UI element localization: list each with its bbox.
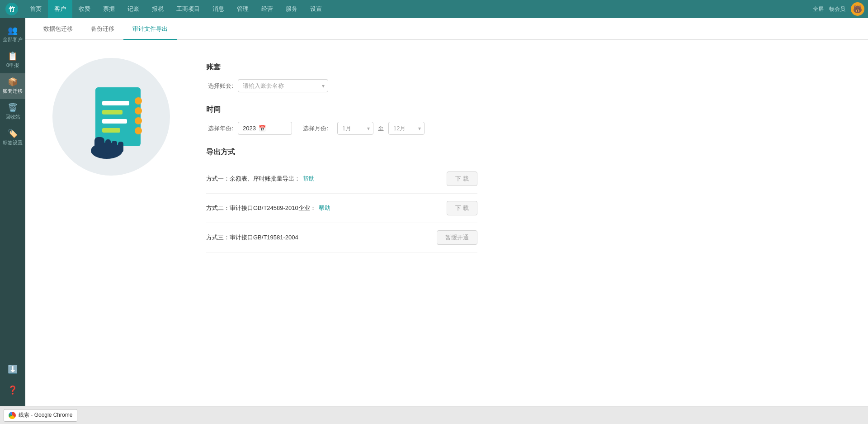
taskbar: 线索 - Google Chrome xyxy=(0,406,868,424)
export-method-1-label: 方式一：余额表、序时账批量导出： 帮助 xyxy=(206,175,315,183)
export-section-title: 导出方式 xyxy=(206,148,477,157)
help-icon: ❓ xyxy=(8,386,18,394)
export-method-1-text: 方式一：余额表、序时账批量导出： xyxy=(206,175,300,183)
nav-operations[interactable]: 经营 xyxy=(255,0,279,18)
fullscreen-button[interactable]: 全屏 xyxy=(813,5,824,13)
sidebar-item-account-migration[interactable]: 📦 账套迁移 xyxy=(0,73,25,99)
start-month-wrapper: 1月2月3月 4月5月6月 7月8月9月 10月11月12月 xyxy=(337,122,373,135)
sidebar-label-account-migration: 账套迁移 xyxy=(3,88,23,95)
account-select-row: 选择账套: 请输入账套名称 xyxy=(206,79,477,92)
svg-rect-12 xyxy=(94,137,104,155)
nav-clients[interactable]: 客户 xyxy=(48,0,72,18)
export-method-2-label: 方式二：审计接口GB/T24589-2010企业： 帮助 xyxy=(206,204,330,212)
svg-rect-5 xyxy=(102,119,127,124)
account-migration-icon: 📦 xyxy=(8,78,18,86)
nav-accounting[interactable]: 记账 xyxy=(121,0,146,18)
sidebar-item-tag-settings[interactable]: 🏷️ 标签设置 xyxy=(0,125,25,151)
zero-filing-icon: 📋 xyxy=(8,52,18,60)
sidebar-item-recycle[interactable]: 🗑️ 回收站 xyxy=(0,99,25,125)
year-select-label: 选择年份: xyxy=(206,124,233,133)
form-area: 账套 选择账套: 请输入账套名称 时间 选择年份: 2023 xyxy=(206,58,477,252)
content-area: 数据包迁移 备份迁移 审计文件导出 xyxy=(25,18,868,406)
svg-rect-6 xyxy=(102,128,120,133)
end-month-select[interactable]: 1月2月3月 4月5月6月 7月8月9月 10月11月12月 xyxy=(388,122,425,135)
nav-services[interactable]: 服务 xyxy=(279,0,304,18)
illustration-circle xyxy=(52,58,170,176)
export-method-1-download-button[interactable]: 下 载 xyxy=(447,172,477,186)
sidebar-label-tag-settings: 标签设置 xyxy=(3,139,23,146)
export-method-2-download-button[interactable]: 下 载 xyxy=(447,201,477,215)
account-select-wrapper: 请输入账套名称 xyxy=(238,79,328,92)
time-row: 2023 📅 选择月份: 1月2月3月 4月5月6月 7月8月9月 10月11月… xyxy=(238,122,425,135)
top-navigation: 竹 首页 客户 收费 票据 记账 报税 工商项目 消息 管理 经营 服务 设置 … xyxy=(0,0,868,18)
time-select-row: 选择年份: 2023 📅 选择月份: 1月2月3月 4月5月6月 7月8月9月 xyxy=(206,122,477,135)
export-method-3-text: 方式三：审计接口GB/T19581-2004 xyxy=(206,233,298,242)
member-button[interactable]: 畅会员 xyxy=(829,5,845,13)
end-month-wrapper: 1月2月3月 4月5月6月 7月8月9月 10月11月12月 xyxy=(388,122,425,135)
nav-home[interactable]: 首页 xyxy=(24,0,48,18)
taskbar-chrome-label: 线索 - Google Chrome xyxy=(19,411,72,419)
sidebar-label-recycle: 回收站 xyxy=(5,114,20,120)
export-method-2-row: 方式二：审计接口GB/T24589-2010企业： 帮助 下 载 xyxy=(206,194,477,223)
sidebar-help[interactable]: ❓ xyxy=(0,381,25,399)
svg-text:竹: 竹 xyxy=(8,5,15,13)
time-section-title: 时间 xyxy=(206,105,477,114)
svg-rect-14 xyxy=(112,141,117,153)
sidebar-item-all-clients[interactable]: 👥 全部客户 xyxy=(0,22,25,48)
sidebar-item-zero-filing[interactable]: 📋 0申报 xyxy=(0,48,25,73)
svg-rect-15 xyxy=(118,142,123,152)
nav-messages[interactable]: 消息 xyxy=(206,0,231,18)
to-text: 至 xyxy=(378,124,384,133)
sidebar: 👥 全部客户 📋 0申报 📦 账套迁移 🗑️ 回收站 🏷️ 标签设置 ⬇️ ❓ xyxy=(0,18,25,406)
svg-rect-2 xyxy=(95,87,141,146)
chrome-icon xyxy=(9,412,16,419)
export-method-3-row: 方式三：审计接口GB/T19581-2004 暂缓开通 xyxy=(206,223,477,252)
export-method-1-row: 方式一：余额表、序时账批量导出： 帮助 下 载 xyxy=(206,164,477,194)
main-layout: 👥 全部客户 📋 0申报 📦 账套迁移 🗑️ 回收站 🏷️ 标签设置 ⬇️ ❓ xyxy=(0,18,868,406)
nav-settings[interactable]: 设置 xyxy=(304,0,328,18)
nav-business[interactable]: 工商项目 xyxy=(170,0,206,18)
tabs-bar: 数据包迁移 备份迁移 审计文件导出 xyxy=(25,18,868,40)
tag-settings-icon: 🏷️ xyxy=(8,129,18,138)
calendar-icon: 📅 xyxy=(259,125,266,132)
export-method-2-help[interactable]: 帮助 xyxy=(319,204,330,212)
audit-illustration xyxy=(73,74,150,160)
export-method-1-help[interactable]: 帮助 xyxy=(303,175,315,183)
tab-data-migration[interactable]: 数据包迁移 xyxy=(34,19,82,40)
export-method-2-text: 方式二：审计接口GB/T24589-2010企业： xyxy=(206,204,316,212)
all-clients-icon: 👥 xyxy=(8,26,18,34)
recycle-icon: 🗑️ xyxy=(8,104,18,112)
start-month-select[interactable]: 1月2月3月 4月5月6月 7月8月9月 10月11月12月 xyxy=(337,122,373,135)
page-content: 账套 选择账套: 请输入账套名称 时间 选择年份: 2023 xyxy=(25,40,868,406)
export-method-3-pending-button[interactable]: 暂缓开通 xyxy=(437,230,477,245)
svg-rect-3 xyxy=(102,101,129,105)
user-avatar[interactable]: 🐻 xyxy=(851,2,864,16)
account-select[interactable]: 请输入账套名称 xyxy=(238,79,328,92)
taskbar-chrome-item[interactable]: 线索 - Google Chrome xyxy=(4,409,77,422)
account-section-title: 账套 xyxy=(206,62,477,72)
svg-point-7 xyxy=(135,97,142,105)
nav-fees[interactable]: 收费 xyxy=(72,0,97,18)
account-select-label: 选择账套: xyxy=(206,82,233,90)
svg-point-9 xyxy=(135,117,142,124)
nav-items: 首页 客户 收费 票据 记账 报税 工商项目 消息 管理 经营 服务 设置 xyxy=(24,0,813,18)
tab-audit-export[interactable]: 审计文件导出 xyxy=(123,19,177,40)
download-icon: ⬇️ xyxy=(8,365,18,373)
sidebar-label-zero-filing: 0申报 xyxy=(6,62,19,69)
month-select-label: 选择月份: xyxy=(301,124,328,133)
nav-tax[interactable]: 报税 xyxy=(146,0,170,18)
nav-invoices[interactable]: 票据 xyxy=(97,0,121,18)
sidebar-download[interactable]: ⬇️ xyxy=(0,361,25,378)
svg-rect-13 xyxy=(105,139,111,154)
sidebar-label-all-clients: 全部客户 xyxy=(3,36,23,43)
illustration xyxy=(52,58,170,176)
year-value: 2023 xyxy=(243,125,256,132)
sidebar-bottom: ⬇️ ❓ xyxy=(0,361,25,406)
tab-backup-migration[interactable]: 备份迁移 xyxy=(82,19,123,40)
svg-point-8 xyxy=(135,107,142,114)
svg-rect-4 xyxy=(102,110,123,114)
export-method-3-label: 方式三：审计接口GB/T19581-2004 xyxy=(206,233,298,242)
nav-right: 全屏 畅会员 🐻 xyxy=(813,2,864,16)
nav-management[interactable]: 管理 xyxy=(231,0,255,18)
year-input[interactable]: 2023 📅 xyxy=(238,122,292,135)
